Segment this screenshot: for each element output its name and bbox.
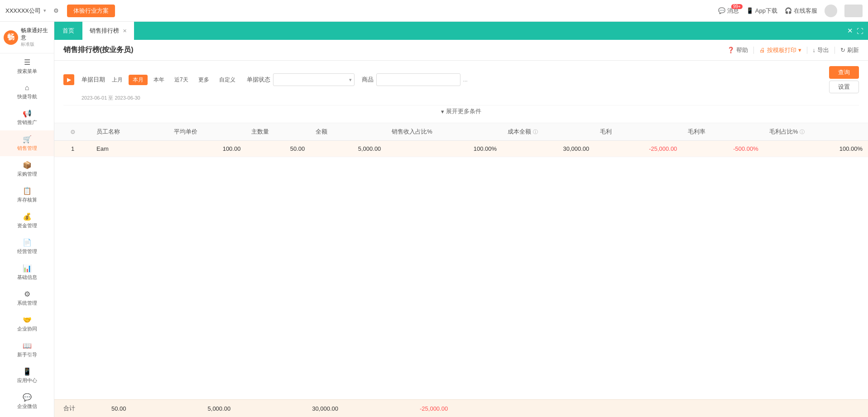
summary-cost: 30,000.00 — [312, 405, 338, 412]
sidebar-logo: 畅 畅康通好生意 标准版 — [0, 22, 54, 53]
goods-input[interactable] — [376, 73, 460, 86]
sidebar-item-finance[interactable]: 💰 资金管理 — [0, 208, 54, 234]
sidebar-item-sales[interactable]: 🛒 销售管理 — [0, 130, 54, 156]
sidebar-item-marketing[interactable]: 📢 营销推广 — [0, 105, 54, 130]
refresh-icon: ↻ — [840, 47, 845, 53]
sidebar-item-search[interactable]: ☰ 搜索菜单 — [0, 53, 54, 79]
money-icon: 💰 — [23, 212, 32, 221]
chevron-down-icon: ▾ — [43, 8, 46, 14]
sidebar-item-operations[interactable]: 📄 经营管理 — [0, 234, 54, 259]
td-avg-price: 100.00 — [168, 141, 246, 157]
online-support-item[interactable]: 🎧 在线客服 — [785, 7, 817, 15]
trial-button[interactable]: 体验行业方案 — [67, 5, 115, 17]
sidebar-item-member[interactable]: V 畅会员 — [0, 414, 54, 417]
report-icon: 📄 — [23, 238, 32, 247]
summary-bar: 合计 50.00 5,000.00 30,000.00 -25,000.00 — [54, 399, 868, 417]
tab-close-icon[interactable]: ✕ — [123, 28, 127, 34]
date-btn-more[interactable]: 更多 — [194, 75, 213, 85]
sidebar-item-inventory[interactable]: 📋 库存核算 — [0, 182, 54, 208]
setting-button[interactable]: 设置 — [829, 81, 859, 93]
tab-active-label: 销售排行榜 — [90, 27, 119, 35]
sidebar-item-label: 快捷导航 — [17, 93, 37, 100]
sidebar-item-wechat[interactable]: 💬 企业微信 — [0, 388, 54, 414]
headset-icon: 🎧 — [785, 7, 792, 14]
sidebar-item-system[interactable]: ⚙ 系统管理 — [0, 285, 54, 311]
export-icon: ↓ — [813, 47, 816, 53]
tab-sales-ranking[interactable]: 销售排行榜 ✕ — [82, 22, 134, 40]
th-settings[interactable]: ⚙ — [54, 123, 91, 141]
date-btn-last-month[interactable]: 上月 — [108, 75, 127, 85]
date-btn-this-year[interactable]: 本年 — [149, 75, 168, 85]
filter-area: ▶ 单据日期 上月 本月 本年 近7天 更多 自定义 — [54, 61, 868, 123]
avatar[interactable] — [825, 5, 837, 17]
chart-icon: 📊 — [23, 264, 32, 273]
th-gross-pct: 毛利占比% ⓘ — [764, 123, 868, 141]
expand-arrow-button[interactable]: ▶ — [63, 74, 74, 85]
date-range-display: 2023-06-01 至 2023-06-30 — [80, 94, 859, 101]
td-gross: -25,000.00 — [595, 141, 682, 157]
date-btn-7days[interactable]: 近7天 — [170, 75, 192, 85]
home-icon: ⌂ — [25, 84, 29, 92]
status-select-wrapper — [273, 73, 355, 86]
summary-gross-value: -25,000.00 — [420, 405, 448, 412]
sidebar-item-label: 经营管理 — [17, 248, 37, 255]
app-download-label: App下载 — [755, 7, 777, 15]
tab-expand-icon[interactable]: ⛶ — [857, 27, 863, 35]
td-gross-rate: -500.00% — [682, 141, 763, 157]
help-label: 帮助 — [736, 46, 748, 54]
cost-info-icon: ⓘ — [533, 129, 538, 134]
status-select[interactable] — [273, 73, 355, 86]
divider — [753, 47, 754, 54]
sidebar: 畅 畅康通好生意 标准版 ☰ 搜索菜单 ⌂ 快捷导航 📢 营销推广 🛒 销售管理 — [0, 22, 54, 417]
summary-total: 5,000.00 — [208, 405, 231, 412]
th-gross-rate: 毛利率 — [682, 123, 763, 141]
td-name: Eam — [91, 141, 168, 157]
th-total: 全额 — [310, 123, 386, 141]
date-btn-this-month[interactable]: 本月 — [129, 75, 148, 85]
app-download-item[interactable]: 📱 App下载 — [746, 7, 777, 15]
date-btn-custom[interactable]: 自定义 — [215, 75, 240, 85]
sidebar-item-label: 企业协同 — [17, 326, 37, 332]
tab-bar: 首页 销售排行榜 ✕ ✕ ⛶ — [54, 22, 868, 40]
clipboard-icon: 📋 — [23, 187, 32, 195]
sidebar-items: ☰ 搜索菜单 ⌂ 快捷导航 📢 营销推广 🛒 销售管理 📦 采购管理 📋 库 — [0, 53, 54, 417]
sidebar-item-collab[interactable]: 🤝 企业协同 — [0, 311, 54, 337]
query-button[interactable]: 查询 — [829, 66, 859, 79]
print-button[interactable]: 🖨 按模板打印 ▾ — [759, 46, 801, 54]
tab-close-all-icon[interactable]: ✕ — [847, 27, 853, 35]
td-quantity: 50.00 — [246, 141, 310, 157]
message-item[interactable]: 💬 消息 99+ — [718, 7, 739, 15]
sidebar-item-label: 搜索菜单 — [17, 68, 37, 75]
mobile-icon: 📱 — [23, 367, 32, 376]
status-filter: 单据状态 — [247, 73, 355, 86]
settings-icon[interactable]: ⚙ — [50, 5, 62, 17]
refresh-label: 刷新 — [847, 46, 859, 54]
sidebar-item-label: 营销推广 — [17, 119, 37, 126]
export-button[interactable]: ↓ 导出 — [813, 46, 830, 54]
sidebar-item-quicknav[interactable]: ⌂ 快捷导航 — [0, 79, 54, 105]
online-support-label: 在线客服 — [794, 7, 817, 15]
sidebar-item-purchase[interactable]: 📦 采购管理 — [0, 156, 54, 182]
refresh-button[interactable]: ↻ 刷新 — [840, 46, 859, 54]
tab-home[interactable]: 首页 — [54, 22, 82, 40]
th-gross: 毛利 — [595, 123, 682, 141]
top-header: XXXXXX公司 ▾ ⚙ 体验行业方案 💬 消息 99+ 📱 App下载 🎧 在… — [0, 0, 868, 22]
sidebar-item-label: 企业微信 — [17, 403, 37, 410]
expand-more-button[interactable]: ▾ 展开更多条件 — [63, 105, 859, 117]
logo-text: 畅康通好生意 — [21, 27, 50, 41]
handshake-icon: 🤝 — [23, 316, 32, 324]
sidebar-item-basics[interactable]: 📊 基础信息 — [0, 259, 54, 285]
logo-icon: 畅 — [4, 30, 18, 45]
help-button[interactable]: ❓ 帮助 — [727, 46, 748, 54]
logo-sub: 标准版 — [21, 41, 50, 48]
page-content: 销售排行榜(按业务员) ❓ 帮助 🖨 按模板打印 ▾ ↓ — [54, 40, 868, 417]
gross-pct-info-icon: ⓘ — [800, 129, 805, 134]
summary-values: 50.00 5,000.00 30,000.00 -25,000.00 — [111, 405, 475, 412]
status-label: 单据状态 — [247, 76, 270, 84]
summary-cost-value: 30,000.00 — [312, 405, 338, 412]
more-options-label[interactable]: ... — [463, 77, 468, 83]
sidebar-item-guide[interactable]: 📖 新手引导 — [0, 337, 54, 363]
sidebar-item-apps[interactable]: 📱 应用中心 — [0, 363, 54, 388]
company-selector[interactable]: XXXXXX公司 ▾ — [5, 7, 46, 15]
th-avg-price: 平均单价 — [168, 123, 246, 141]
